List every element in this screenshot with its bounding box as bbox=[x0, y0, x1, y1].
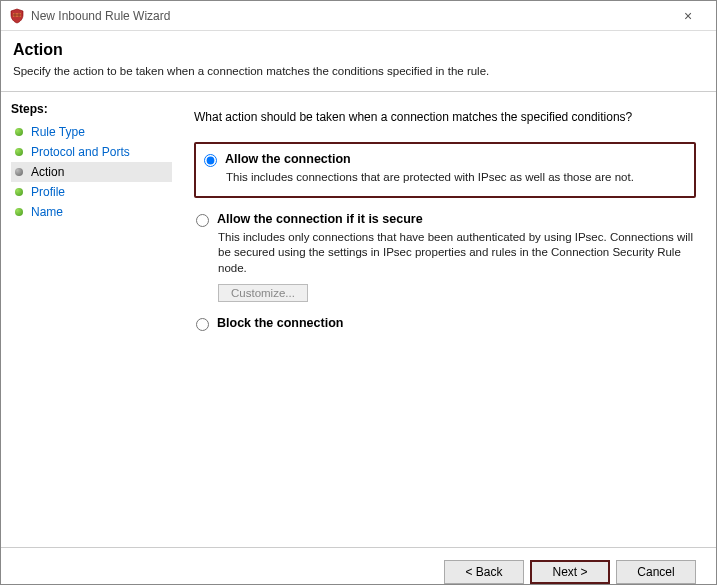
option-allow-connection: Allow the connection This includes conne… bbox=[194, 142, 696, 198]
step-label: Protocol and Ports bbox=[31, 145, 130, 159]
step-name[interactable]: Name bbox=[11, 202, 172, 222]
option-block-connection: Block the connection bbox=[194, 316, 696, 331]
step-label: Rule Type bbox=[31, 125, 85, 139]
close-button[interactable]: × bbox=[668, 8, 708, 24]
step-profile[interactable]: Profile bbox=[11, 182, 172, 202]
step-rule-type[interactable]: Rule Type bbox=[11, 122, 172, 142]
option-description: This includes only connections that have… bbox=[218, 230, 696, 277]
option-description: This includes connections that are prote… bbox=[226, 170, 688, 186]
radio-input-allow[interactable] bbox=[204, 154, 217, 167]
step-action[interactable]: Action bbox=[11, 162, 172, 182]
wizard-header: Action Specify the action to be taken wh… bbox=[1, 31, 716, 83]
option-label: Allow the connection bbox=[225, 152, 351, 166]
page-title: Action bbox=[13, 41, 704, 59]
steps-sidebar: Steps: Rule Type Protocol and Ports Acti… bbox=[1, 92, 176, 547]
bullet-icon bbox=[15, 188, 23, 196]
radio-allow-connection[interactable]: Allow the connection bbox=[202, 152, 688, 167]
bullet-icon bbox=[15, 208, 23, 216]
radio-input-allow-secure[interactable] bbox=[196, 214, 209, 227]
wizard-body: Steps: Rule Type Protocol and Ports Acti… bbox=[1, 92, 716, 547]
bullet-icon bbox=[15, 168, 23, 176]
bullet-icon bbox=[15, 148, 23, 156]
step-label: Profile bbox=[31, 185, 65, 199]
window-titlebar: New Inbound Rule Wizard × bbox=[1, 1, 716, 31]
cancel-button[interactable]: Cancel bbox=[616, 560, 696, 584]
firewall-icon bbox=[9, 8, 25, 24]
radio-block-connection[interactable]: Block the connection bbox=[194, 316, 696, 331]
option-label: Allow the connection if it is secure bbox=[217, 212, 423, 226]
wizard-content: What action should be taken when a conne… bbox=[176, 92, 716, 547]
back-button[interactable]: < Back bbox=[444, 560, 524, 584]
step-label: Name bbox=[31, 205, 63, 219]
option-allow-if-secure: Allow the connection if it is secure Thi… bbox=[194, 212, 696, 303]
radio-allow-if-secure[interactable]: Allow the connection if it is secure bbox=[194, 212, 696, 227]
wizard-footer: < Back Next > Cancel bbox=[1, 547, 716, 585]
radio-input-block[interactable] bbox=[196, 318, 209, 331]
next-button[interactable]: Next > bbox=[530, 560, 610, 584]
steps-heading: Steps: bbox=[11, 102, 172, 116]
customize-button: Customize... bbox=[218, 284, 308, 302]
bullet-icon bbox=[15, 128, 23, 136]
step-protocol-and-ports[interactable]: Protocol and Ports bbox=[11, 142, 172, 162]
page-subtitle: Specify the action to be taken when a co… bbox=[13, 65, 704, 77]
action-prompt: What action should be taken when a conne… bbox=[194, 110, 696, 124]
step-label: Action bbox=[31, 165, 64, 179]
option-label: Block the connection bbox=[217, 316, 343, 330]
window-title: New Inbound Rule Wizard bbox=[31, 9, 668, 23]
